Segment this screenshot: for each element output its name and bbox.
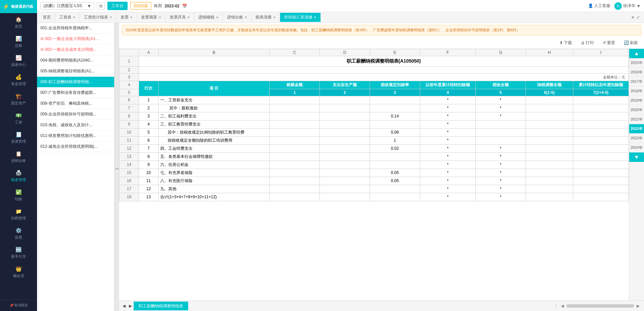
year-2017[interactable]: 2017年 <box>629 77 644 87</box>
sidebar-item-tax[interactable]: 🖨️ 税务管理 <box>0 167 37 186</box>
tab-invoice-issue[interactable]: 发票开具 ✕ <box>166 13 194 22</box>
cell-13-c7[interactable] <box>573 193 629 201</box>
cell-9-c5[interactable]: * <box>476 161 526 169</box>
tab-ledger[interactable]: 进销台账 ✕ <box>223 13 251 22</box>
left-item-002[interactable]: ⊘002-一般企业收入明细表(A1... <box>37 34 114 44</box>
tab-tax-list-close[interactable]: ✕ <box>273 15 276 19</box>
label-1[interactable]: 一、工资薪金支出 <box>158 96 270 104</box>
tab-payroll-stats[interactable]: 工资统计报表 ✕ <box>80 13 116 22</box>
tab-close-all[interactable]: ✕ <box>631 15 635 20</box>
label-8[interactable]: 五、各类基本社会保障性缴款 <box>158 152 270 161</box>
scroll-left-icon[interactable]: ◀ <box>561 304 564 308</box>
cell-6-c1[interactable] <box>270 136 320 144</box>
cell-10-c6[interactable] <box>526 169 573 177</box>
year-2018[interactable]: 2018年 <box>629 87 644 96</box>
calendar-icon[interactable]: 📅 <box>182 4 187 8</box>
collapse-button[interactable]: 《 <box>114 23 119 311</box>
cell-7-c2[interactable] <box>320 144 370 152</box>
idx-13[interactable]: 13 <box>139 193 158 201</box>
cell-3-c3[interactable]: 0.14 <box>370 112 420 120</box>
cell-11-c5[interactable]: * <box>476 177 526 185</box>
tab-invoice-issue-close[interactable]: ✕ <box>187 15 190 19</box>
cell-4-c4[interactable]: * <box>420 120 475 128</box>
cell-6-c6[interactable] <box>526 136 573 144</box>
next-sheet[interactable]: ▶ <box>127 304 134 308</box>
cell-12-c1[interactable] <box>270 185 320 193</box>
sidebar-item-payroll[interactable]: 💵 工资 <box>0 109 37 128</box>
left-item-011[interactable]: 011-研发费用加计扣除优惠明... <box>37 131 114 141</box>
idx-12[interactable]: 12 <box>139 185 158 193</box>
year-nav-down[interactable]: ▼ <box>629 152 644 162</box>
cell-2-c6[interactable] <box>526 104 573 112</box>
idx-1[interactable]: 1 <box>139 96 158 104</box>
year-2016[interactable]: 2016年 <box>629 68 644 77</box>
old-version-button[interactable]: 切到旧版 <box>130 2 151 10</box>
year-2023[interactable]: 2023年 <box>629 134 644 143</box>
left-item-012[interactable]: 012-减免企业所得税优惠明细(... <box>37 141 114 152</box>
sidebar-item-guide[interactable]: 🆕 新手引导 <box>0 243 37 263</box>
cell-5-c3[interactable]: 0.08 <box>370 128 420 136</box>
cell-3-c2[interactable] <box>320 112 370 120</box>
label-11[interactable]: 八、补充医疗保险 <box>158 177 270 185</box>
cell-12-c4[interactable]: * <box>420 185 475 193</box>
cell-8-c4[interactable]: * <box>420 152 475 161</box>
year-2019[interactable]: 2019年 <box>629 96 644 105</box>
cell-7-c6[interactable] <box>526 144 573 152</box>
cell-10-c1[interactable] <box>270 169 320 177</box>
cell-1-c6[interactable] <box>526 96 573 104</box>
cell-6-c5[interactable] <box>476 136 526 144</box>
cell-1-c4[interactable]: * <box>420 96 475 104</box>
cell-8-c6[interactable] <box>526 152 573 161</box>
cell-7-c7[interactable] <box>573 144 629 152</box>
tab-tax-list[interactable]: 税表清册 ✕ <box>251 13 280 22</box>
cell-10-c2[interactable] <box>320 169 370 177</box>
idx-6[interactable]: 6 <box>139 136 158 144</box>
cell-8-c7[interactable] <box>573 152 629 161</box>
cell-7-c1[interactable] <box>270 144 320 152</box>
company-selector[interactable]: (勿删）江西股宝-LSS ▼ <box>40 2 94 10</box>
tab-invoice-calc-close[interactable]: ✕ <box>159 15 161 19</box>
cell-9-c6[interactable] <box>526 161 573 169</box>
tab-payroll[interactable]: 工资表 ✕ <box>55 13 80 22</box>
cell-8-c1[interactable] <box>270 152 320 161</box>
sidebar-item-archive[interactable]: 📁 归档管理 <box>0 205 37 224</box>
cell-12-c3[interactable] <box>370 185 420 193</box>
cell-10-c3[interactable]: 0.05 <box>370 169 420 177</box>
label-7[interactable]: 四、工会经费支出 <box>158 144 270 152</box>
cell-3-c4[interactable]: * <box>420 112 475 120</box>
sidebar-item-ledger[interactable]: 📊 总账 <box>0 32 37 51</box>
label-13[interactable]: 合计(1+3+4+7+8+9+10+11+12) <box>158 193 270 201</box>
cell-10-c4[interactable]: * <box>420 169 475 177</box>
cell-13-c6[interactable] <box>526 193 573 201</box>
prev-sheet[interactable]: ◀ <box>121 304 127 308</box>
cell-2-c4[interactable]: * <box>420 104 475 112</box>
tab-payroll-stats-close[interactable]: ✕ <box>109 15 112 19</box>
cell-11-c1[interactable] <box>270 177 320 185</box>
left-item-004[interactable]: 004-期间费用明细表(A1040... <box>37 55 114 66</box>
tab-check-close[interactable]: ✕ <box>216 15 218 19</box>
cell-13-c1[interactable] <box>270 193 320 201</box>
year-2022[interactable]: 2022年 <box>629 124 644 134</box>
cell-2-c3[interactable] <box>370 104 420 112</box>
cell-7-c4[interactable]: * <box>420 144 475 152</box>
cell-5-c7[interactable] <box>573 128 629 136</box>
cell-12-c7[interactable] <box>573 185 629 193</box>
bottom-tab-main[interactable]: 职工薪酬纳税调整明细表 <box>134 302 188 310</box>
idx-11[interactable]: 11 <box>139 177 158 185</box>
cell-6-c3[interactable]: 1 <box>370 136 420 144</box>
left-item-009[interactable]: 009-企业所得税弥补亏损明细... <box>37 109 114 120</box>
cell-3-c1[interactable] <box>270 112 320 120</box>
cell-7-c5[interactable]: * <box>476 144 526 152</box>
refresh-button[interactable]: 🔄 刷新 <box>621 39 641 47</box>
idx-5[interactable]: 5 <box>139 128 158 136</box>
year-2024[interactable]: 2024年 <box>629 143 644 152</box>
sheet-menu-icon[interactable]: ⋮ <box>554 304 558 308</box>
copy-button[interactable]: ⧉ <box>97 2 105 10</box>
cell-5-c6[interactable] <box>526 128 573 136</box>
sidebar-item-member[interactable]: 👑 畅会员 <box>0 263 37 282</box>
idx-7[interactable]: 7 <box>139 144 158 152</box>
cell-4-c7[interactable] <box>573 120 629 128</box>
label-6[interactable]: 按税收规定全额扣除的职工培训费用 <box>158 136 270 144</box>
idx-10[interactable]: 10 <box>139 169 158 177</box>
tab-payroll-close[interactable]: ✕ <box>73 15 75 19</box>
